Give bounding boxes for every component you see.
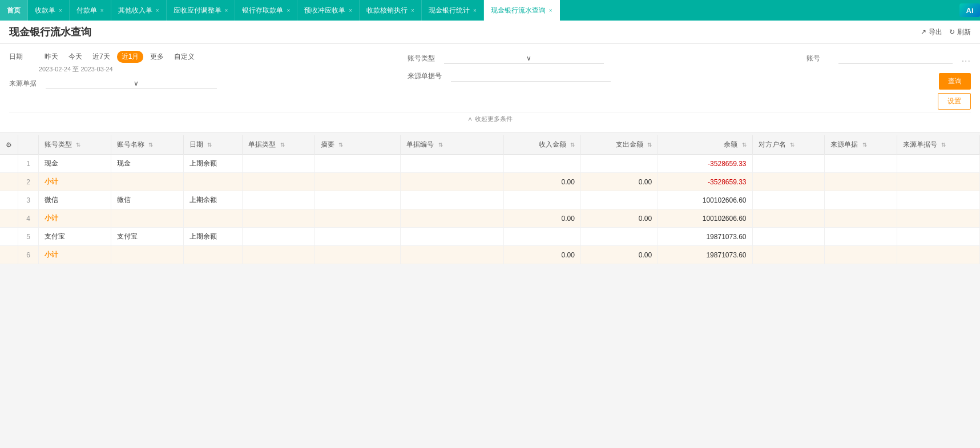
settings-button[interactable]: 设置 — [938, 93, 971, 110]
row-balance: -3528659.33 — [658, 155, 752, 173]
nav-bank-deposit[interactable]: 银行存取款单 × — [235, 0, 297, 21]
col-date[interactable]: 日期 ⇅ — [183, 135, 243, 155]
row-expense: 0.00 — [580, 246, 658, 264]
date-option-7days[interactable]: 近7天 — [89, 51, 114, 63]
row-source-doc-no — [897, 246, 980, 264]
top-nav: 首页 收款单 × 付款单 × 其他收入单 × 应收应付调整单 × 银行存取款单 … — [0, 0, 980, 21]
table-row[interactable]: 1 现金 现金 上期余额 -3528659.33 — [0, 155, 980, 173]
gear-icon[interactable]: ⚙ — [6, 141, 12, 149]
nav-bank-deposit-close[interactable]: × — [287, 7, 290, 14]
col-account-name[interactable]: 账号名称 ⇅ — [111, 135, 183, 155]
row-counterpart — [752, 209, 825, 228]
row-summary — [315, 155, 401, 173]
row-source-doc — [825, 191, 897, 209]
nav-other-income[interactable]: 其他收入单 × — [111, 0, 167, 21]
col-counterpart[interactable]: 对方户名 ⇅ — [752, 135, 825, 155]
nav-bank-stats[interactable]: 现金银行统计 × — [422, 0, 484, 21]
row-settings-cell — [0, 228, 18, 246]
row-account-type: 小计 — [39, 209, 111, 228]
row-income: 0.00 — [503, 209, 580, 228]
nav-collect-execute-close[interactable]: × — [411, 7, 414, 14]
col-account-type[interactable]: 账号类型 ⇅ — [39, 135, 111, 155]
row-balance: 100102606.60 — [658, 191, 752, 209]
nav-payment[interactable]: 付款单 × — [70, 0, 111, 21]
export-button[interactable]: ↗ 导出 — [921, 27, 942, 37]
date-option-1month[interactable]: 近1月 — [117, 51, 144, 63]
row-source-doc-no — [897, 173, 980, 191]
filter-account-type-row: 账号类型 ∨ — [408, 53, 795, 64]
col-doc-no[interactable]: 单据编号 ⇅ — [401, 135, 503, 155]
col-source-doc[interactable]: 来源单据 ⇅ — [825, 135, 897, 155]
account-no-more-btn[interactable]: ... — [962, 54, 971, 64]
nav-bank-flow-close[interactable]: × — [549, 7, 552, 14]
sort-icon-doc-type: ⇅ — [280, 142, 285, 148]
col-balance[interactable]: 余额 ⇅ — [658, 135, 752, 155]
sort-icon-source-doc: ⇅ — [862, 142, 867, 148]
row-doc-no — [401, 209, 503, 228]
date-option-custom[interactable]: 自定义 — [171, 51, 198, 63]
table-row[interactable]: 5 支付宝 支付宝 上期余额 19871073.60 — [0, 228, 980, 246]
nav-payment-label: 付款单 — [76, 6, 97, 15]
nav-home[interactable]: 首页 — [0, 0, 28, 21]
table-row[interactable]: 2 小计 0.00 0.00 -3528659.33 — [0, 173, 980, 191]
nav-advance-offset-close[interactable]: × — [349, 7, 352, 14]
nav-ap-adjust[interactable]: 应收应付调整单 × — [167, 0, 236, 21]
col-summary[interactable]: 摘要 ⇅ — [315, 135, 401, 155]
col-settings[interactable]: ⚙ — [0, 135, 18, 155]
row-date — [183, 173, 243, 191]
ai-button[interactable]: Ai — [959, 3, 980, 17]
nav-receipt[interactable]: 收款单 × — [28, 0, 70, 21]
sort-icon-income: ⇅ — [570, 142, 575, 148]
row-date — [183, 246, 243, 264]
row-doc-type — [243, 191, 315, 209]
row-no: 1 — [18, 155, 39, 173]
nav-payment-close[interactable]: × — [100, 7, 104, 14]
query-button[interactable]: 查询 — [939, 73, 971, 90]
nav-advance-offset[interactable]: 预收冲应收单 × — [297, 0, 360, 21]
nav-bank-stats-label: 现金银行统计 — [429, 6, 470, 15]
row-source-doc-no — [897, 155, 980, 173]
col-expense[interactable]: 支出金额 ⇅ — [580, 135, 658, 155]
account-type-select[interactable]: ∨ — [444, 53, 604, 64]
nav-other-income-close[interactable]: × — [156, 7, 159, 14]
collapse-bar[interactable]: ∧ 收起更多条件 — [9, 112, 971, 126]
nav-collect-execute[interactable]: 收款核销执行 × — [360, 0, 422, 21]
row-date: 上期余额 — [183, 155, 243, 173]
date-option-yesterday[interactable]: 昨天 — [41, 51, 62, 63]
row-counterpart — [752, 228, 825, 246]
nav-receipt-close[interactable]: × — [59, 7, 62, 14]
table-row[interactable]: 3 微信 微信 上期余额 100102606.60 — [0, 191, 980, 209]
account-type-chevron: ∨ — [526, 54, 600, 62]
date-range-value: 2023-02-24 至 2023-03-24 — [39, 65, 113, 74]
table-row[interactable]: 4 小计 0.00 0.00 100102606.60 — [0, 209, 980, 228]
nav-bank-flow[interactable]: 现金银行流水查询 × — [484, 0, 560, 21]
nav-bank-stats-close[interactable]: × — [473, 7, 477, 14]
source-doc-select[interactable]: ∨ — [46, 78, 217, 89]
nav-other-income-label: 其他收入单 — [118, 6, 152, 15]
date-option-today[interactable]: 今天 — [65, 51, 86, 63]
filter-source-doc-row: 来源单据 ∨ — [9, 78, 396, 89]
refresh-button[interactable]: ↻ 刷新 — [949, 27, 971, 37]
row-account-name — [111, 209, 183, 228]
col-doc-type[interactable]: 单据类型 ⇅ — [243, 135, 315, 155]
row-source-doc-no — [897, 209, 980, 228]
col-source-doc-no[interactable]: 来源单据号 ⇅ — [897, 135, 980, 155]
account-no-input[interactable] — [838, 53, 953, 64]
nav-ap-adjust-close[interactable]: × — [225, 7, 228, 14]
source-doc-no-input[interactable] — [451, 71, 611, 82]
table-body: 1 现金 现金 上期余额 -3528659.33 2 小计 0.00 0.00 … — [0, 155, 980, 264]
table-header-row: ⚙ 账号类型 ⇅ 账号名称 ⇅ 日期 ⇅ 单据类型 ⇅ — [0, 135, 980, 155]
row-account-type: 微信 — [39, 191, 111, 209]
source-doc-label: 来源单据 — [9, 79, 37, 88]
sort-icon-expense: ⇅ — [647, 142, 652, 148]
collapse-label: 收起更多条件 — [475, 115, 513, 122]
row-settings-cell — [0, 155, 18, 173]
date-option-more[interactable]: 更多 — [147, 51, 167, 63]
col-income[interactable]: 收入金额 ⇅ — [503, 135, 580, 155]
data-table: ⚙ 账号类型 ⇅ 账号名称 ⇅ 日期 ⇅ 单据类型 ⇅ — [0, 135, 980, 264]
row-balance: 19871073.60 — [658, 246, 752, 264]
sort-icon-source-doc-no: ⇅ — [941, 142, 946, 148]
table-row[interactable]: 6 小计 0.00 0.00 19871073.60 — [0, 246, 980, 264]
row-doc-type — [243, 155, 315, 173]
sort-icon-summary: ⇅ — [338, 142, 343, 148]
